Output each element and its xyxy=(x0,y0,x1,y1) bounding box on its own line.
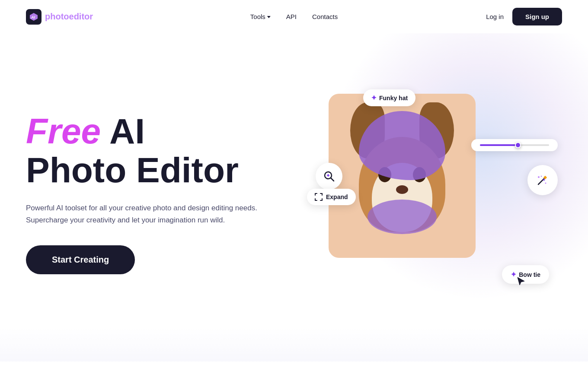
zoom-icon xyxy=(323,170,335,182)
svg-line-3 xyxy=(331,178,334,181)
logo[interactable]: AI photoeditor xyxy=(26,9,93,25)
svg-point-10 xyxy=(545,183,546,184)
slider-fill xyxy=(480,144,518,146)
chip-bow-tie: ✦ Bow tie xyxy=(502,265,549,284)
hero-title: Free AI Photo Editor xyxy=(26,112,294,190)
magic-wand-bubble: ✦ xyxy=(527,165,558,195)
magic-wand-icon: ✦ xyxy=(536,174,549,187)
hero-content: Free AI Photo Editor Powerful AI toolset… xyxy=(26,112,294,274)
chip-funky-hat: ✦ Funky hat xyxy=(363,89,415,106)
slider-thumb xyxy=(515,142,521,148)
svg-text:✦: ✦ xyxy=(542,178,546,182)
nav-links: Tools API Contacts xyxy=(250,13,338,20)
chip-expand: Expand xyxy=(307,189,356,205)
svg-point-11 xyxy=(541,176,542,177)
nav-contacts[interactable]: Contacts xyxy=(312,13,338,20)
dog-card xyxy=(329,94,476,258)
navbar: AI photoeditor Tools API Contacts Log in… xyxy=(0,0,588,33)
slider-track xyxy=(480,144,549,146)
expand-icon xyxy=(315,193,323,201)
sparkle-bow-icon: ✦ xyxy=(511,270,516,279)
hero-illustration: ✦ Funky hat xyxy=(294,81,562,305)
svg-point-9 xyxy=(538,176,540,178)
hero-subtitle: Powerful AI toolset for all your creativ… xyxy=(26,202,268,226)
hero-section: Free AI Photo Editor Powerful AI toolset… xyxy=(0,33,588,361)
logo-text: photoeditor xyxy=(45,12,93,22)
bottom-gradient xyxy=(0,327,588,361)
sparkle-icon: ✦ xyxy=(371,94,377,102)
neck-blob xyxy=(368,200,437,234)
login-button[interactable]: Log in xyxy=(486,13,504,20)
nav-actions: Log in Sign up xyxy=(486,8,562,25)
slider-control[interactable] xyxy=(471,139,558,151)
zoom-bubble xyxy=(316,163,342,190)
svg-text:AI: AI xyxy=(31,15,35,19)
logo-icon: AI xyxy=(26,9,42,25)
dog-nose xyxy=(396,185,408,194)
start-creating-button[interactable]: Start Creating xyxy=(26,245,135,274)
signup-button[interactable]: Sign up xyxy=(512,8,562,25)
chevron-down-icon xyxy=(267,16,271,18)
cursor-icon xyxy=(517,276,525,289)
nav-api[interactable]: API xyxy=(286,13,297,20)
svg-point-6 xyxy=(327,174,329,176)
nav-tools[interactable]: Tools xyxy=(250,13,271,20)
